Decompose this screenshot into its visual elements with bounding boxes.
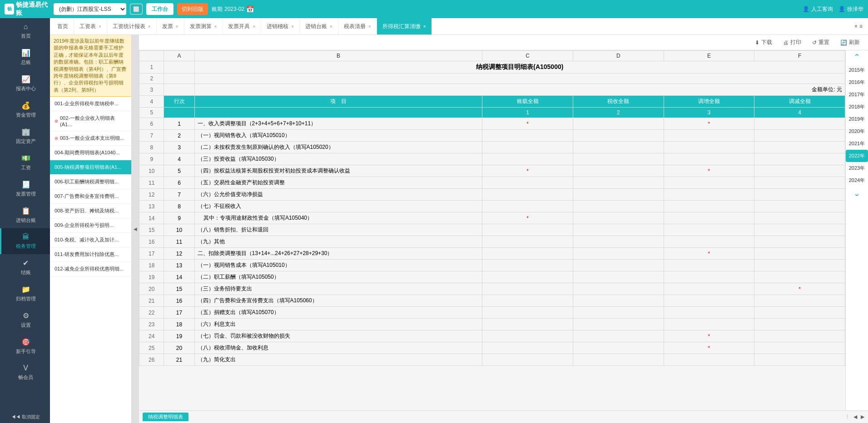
user-item[interactable]: 👤 徐泽华: [838, 5, 863, 13]
sidebar-item-archive[interactable]: 📁 归档管理: [0, 280, 50, 307]
row-num: 3: [139, 84, 164, 96]
calendar-icon[interactable]: 📅: [246, 5, 254, 13]
header-row: 4 行次 项 目 账载全额 税收全额 调增全额 调减全额: [139, 96, 845, 108]
table-wrapper: A B C D E F: [139, 50, 845, 410]
tab-import-check-close[interactable]: ×: [291, 24, 294, 29]
workbench-button[interactable]: 工作台: [146, 3, 174, 15]
sidebar-item-import[interactable]: 📋 进销台账: [0, 202, 50, 228]
top-right: 👤 人工客询 👤 徐泽华: [803, 5, 863, 13]
year-item-2018[interactable]: 2018年: [846, 101, 868, 113]
table-row: 16 11 （九）其他: [139, 236, 845, 248]
tab-tax-clear-close[interactable]: ×: [368, 24, 371, 29]
left-menu-item-007[interactable]: 007-广告费和业务宣传费明...: [50, 189, 131, 204]
ledger-icon: 📊: [21, 49, 30, 57]
tab-invoice-open[interactable]: 发票开具 ×: [223, 18, 261, 34]
old-version-button[interactable]: 切到旧版: [177, 3, 208, 15]
year-item-2017[interactable]: 2017年: [846, 89, 868, 101]
tab-import-ledger-close[interactable]: ×: [330, 24, 332, 29]
scroll-right[interactable]: ▶: [861, 414, 864, 420]
reset-button[interactable]: ↺ 重置: [809, 38, 832, 47]
table-row: 21 16 （四）广告费和业务宣传费支出（填写A105060）: [139, 295, 845, 307]
download-button[interactable]: ⬇ 下载: [752, 38, 775, 47]
menu-label-008: 008-资产折旧、摊销及纳税...: [55, 207, 119, 214]
print-button[interactable]: 🖨 打印: [780, 38, 804, 47]
sheet-tab-main[interactable]: 纳税调整明细表: [143, 413, 188, 421]
left-menu-item-012[interactable]: 012-减免企业所得税优惠明细...: [50, 262, 131, 276]
sidebar-item-newguide[interactable]: 🎯 新手引导: [0, 333, 50, 359]
left-menu-item-009[interactable]: 009-企业所得税补亏损明...: [50, 218, 131, 233]
year-nav-up[interactable]: ⌃: [852, 50, 862, 64]
table-row: 20 15 （三）业务招待要支出 *: [139, 283, 845, 295]
col-sub-4: 4: [754, 108, 845, 118]
report-icon: 📈: [21, 75, 30, 84]
bottom-bar: 纳税调整明细表 ⋮ ◀ ▶: [139, 410, 868, 423]
refresh-button[interactable]: 🔄 刷新: [838, 38, 863, 47]
table-row: 14 9 其中：专项用途财政性资金（填写A105040） *: [139, 212, 845, 224]
sidebar-item-settings[interactable]: ⚙ 设置: [0, 307, 50, 333]
menu-label-002: 002-一般企业收入明细表(A1...: [60, 115, 127, 127]
tab-invoice-calc-close[interactable]: ×: [214, 24, 217, 29]
left-menu-item-004[interactable]: 004-期间费用明细表(A1040...: [50, 146, 131, 160]
year-item-2016[interactable]: 2016年: [846, 76, 868, 89]
year-item-2022[interactable]: 2022年: [846, 150, 868, 162]
tab-invoice-open-close[interactable]: ×: [253, 24, 255, 29]
left-menu-item-010[interactable]: 010-免税、减计收入及加计...: [50, 233, 131, 247]
tab-salary-stat-close[interactable]: ×: [148, 24, 151, 29]
tab-salary-close[interactable]: ×: [99, 24, 101, 29]
tab-tax-clear[interactable]: 税表清册 ×: [338, 18, 377, 34]
col-sub-2: 2: [573, 108, 664, 118]
year-item-2015[interactable]: 2015年: [846, 64, 868, 76]
sidebar-item-member[interactable]: V 畅会员: [0, 359, 50, 385]
left-menu-item-005[interactable]: 005-纳税调整项目明细表(A1...: [50, 160, 131, 175]
tab-import-check[interactable]: 进销稽核 ×: [261, 18, 300, 34]
year-item-2021[interactable]: 2021年: [846, 138, 868, 150]
year-item-2019[interactable]: 2019年: [846, 113, 868, 125]
year-item-2023[interactable]: 2023年: [846, 162, 868, 174]
collapse-button[interactable]: ◀: [132, 35, 139, 423]
sidebar-item-tax[interactable]: 🏛 税务管理: [0, 228, 50, 254]
sidebar-item-assets[interactable]: 🏢 固定资产: [0, 123, 50, 149]
tab-salary[interactable]: 工资表 ×: [74, 18, 107, 34]
left-panel: 2019年度涉及取以前年度继续数据的申报表单元格需要手工维护正确，才能保证本年及…: [50, 35, 132, 423]
table-row: 22 17 （五）捐赠支出（填写A105070）: [139, 307, 845, 319]
tab-income-tax-close[interactable]: ×: [423, 24, 426, 29]
tab-invoice[interactable]: 发票 ×: [157, 18, 184, 34]
tab-salary-label: 工资表: [79, 23, 96, 30]
copy-button[interactable]: ⬜: [130, 4, 143, 15]
tab-income-tax[interactable]: 所得税汇算清缴 ×: [377, 18, 432, 34]
sidebar-item-report[interactable]: 📈 报表中心: [0, 70, 50, 97]
sidebar-item-invoice[interactable]: 🧾 发票管理: [0, 176, 50, 202]
scroll-left[interactable]: ◀: [853, 414, 857, 420]
table-row: 3 金额单位: 元: [139, 84, 845, 96]
tab-home[interactable]: 首页: [52, 18, 74, 34]
tab-invoice-close[interactable]: ×: [176, 24, 179, 29]
sidebar-item-home[interactable]: ⌂ 首页: [0, 18, 50, 44]
menu-label-011: 011-研发费用加计扣除优惠...: [55, 251, 119, 258]
company-select[interactable]: (勿删）江西股宝-LSS: [54, 3, 126, 15]
tab-invoice-calc[interactable]: 发票测算 ×: [184, 18, 223, 34]
sidebar-label-member: 畅会员: [18, 374, 33, 381]
tab-close-all[interactable]: ×: [854, 23, 858, 30]
sidebar-item-ledger[interactable]: 📊 总账: [0, 44, 50, 70]
left-menu-item-011[interactable]: 011-研发费用加计扣除优惠...: [50, 247, 131, 262]
year-item-2020[interactable]: 2020年: [846, 125, 868, 138]
left-menu-item-002[interactable]: ⊗ 002-一般企业收入明细表(A1...: [50, 111, 131, 131]
sidebar-item-capital[interactable]: 💰 资金管理: [0, 97, 50, 123]
sidebar-item-salary[interactable]: 💵 工资: [0, 149, 50, 176]
table-row: 19 14 （二）职工薪酬（填写A105050）: [139, 271, 845, 283]
tab-menu[interactable]: ≡: [859, 23, 863, 30]
unpin-button[interactable]: ◀◀ 取消固定: [0, 411, 50, 423]
year-item-2024[interactable]: 2024年: [846, 174, 868, 187]
col-sub-B: [194, 108, 482, 118]
left-menu-item-006[interactable]: 006-职工薪酬纳税调整明细...: [50, 175, 131, 189]
left-menu-item-008[interactable]: 008-资产折旧、摊销及纳税...: [50, 204, 131, 218]
left-menu-item-003[interactable]: ⊗ 003-一般企业成本支出明细...: [50, 131, 131, 146]
sidebar-label-settings: 设置: [21, 322, 31, 329]
tab-import-ledger[interactable]: 进销台账 ×: [300, 18, 338, 34]
support-item[interactable]: 👤 人工客询: [803, 5, 833, 13]
tab-salary-stat[interactable]: 工资统计报表 ×: [107, 18, 157, 34]
sidebar-item-closing[interactable]: ✔ 结账: [0, 254, 50, 280]
year-nav-down[interactable]: ⌄: [852, 187, 862, 200]
left-menu-item-001[interactable]: 001-企业所得税年度纳税申...: [50, 97, 131, 111]
print-label: 打印: [790, 39, 801, 46]
